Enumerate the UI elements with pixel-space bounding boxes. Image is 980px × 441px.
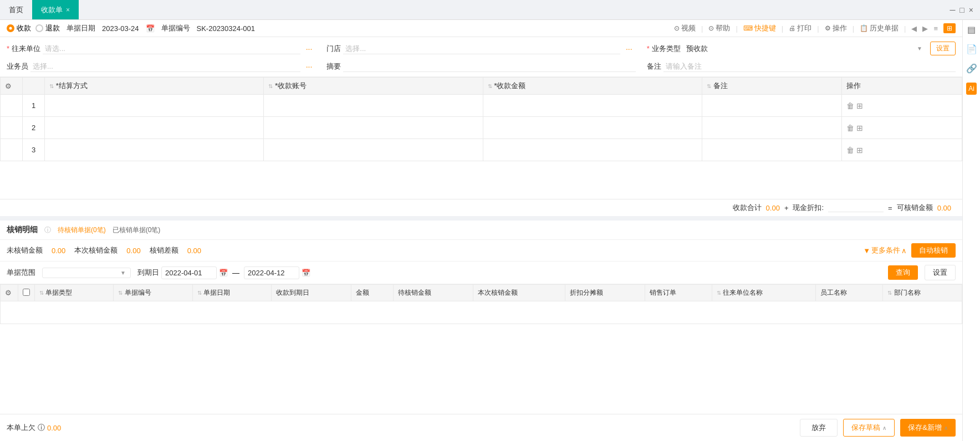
row-amount-2[interactable] — [483, 117, 702, 139]
list-icon[interactable]: ≡ — [933, 24, 938, 33]
col-settlement-label: *结算方式 — [56, 81, 88, 90]
history-btn[interactable]: 📋 历史单据 — [860, 23, 899, 33]
bottom-info: 本单上欠 ⓘ 0.00 — [7, 423, 61, 433]
hexiao-tab1[interactable]: 待核销单据(0笔) — [58, 225, 106, 235]
partner-input[interactable] — [43, 43, 300, 54]
col-settings: ⚙ — [1, 285, 18, 301]
radio-refund[interactable]: 退款 — [35, 23, 60, 33]
data-table-section: ⚙ ⇅ *结算方式 ⇅ *收款账号 ⇅ *收款金额 ⇅ 备注 操 — [0, 77, 962, 199]
row-action-2: 🗑 ⊞ — [842, 117, 962, 139]
business-type-label: 业务类型 — [652, 44, 681, 54]
main-table: ⚙ ⇅ *结算方式 ⇅ *收款账号 ⇅ *收款金额 ⇅ 备注 操 — [0, 77, 962, 161]
sidebar-ai-icon[interactable]: Ai — [966, 83, 977, 95]
current-label: 本次核销金额 — [74, 245, 118, 255]
row-account-2[interactable] — [264, 117, 483, 139]
table-settings-btn[interactable]: 设置 — [925, 265, 956, 280]
select-all-checkbox[interactable] — [23, 289, 30, 296]
bottom-table-settings-icon[interactable]: ⚙ — [5, 289, 12, 297]
hexiao-header: 核销明细 ⓘ 待核销单据(0笔) 已核销单据(0笔) — [0, 221, 962, 240]
delete-icon-1[interactable]: 🗑 — [846, 101, 854, 110]
calendar-icon[interactable]: 📅 — [146, 24, 155, 33]
table-header-settlement: ⇅ *结算方式 — [45, 78, 264, 95]
business-type-value: 预收款 — [686, 44, 708, 54]
hexiao-section: 核销明细 ⓘ 待核销单据(0笔) 已核销单据(0笔) 未核销金额 0.00 本次… — [0, 216, 962, 324]
hexiao-info-icon[interactable]: ⓘ — [44, 225, 51, 235]
bottom-table: ⚙ ⇅ 单据类型 ⇅ 单据编号 ⇅ 单据日期 收款到期日 金额 待核销金额 本次… — [0, 284, 962, 324]
bottom-bar: 本单上欠 ⓘ 0.00 放弃 保存草稿 ∧ 保存&新增 ∧ — [0, 414, 962, 441]
draft-chevron: ∧ — [882, 425, 886, 431]
radio-receive-label: 收款 — [17, 23, 31, 33]
row-account-1[interactable] — [264, 95, 483, 117]
row-amount-1[interactable] — [483, 95, 702, 117]
window-controls: ─ □ × — [950, 6, 980, 14]
print-btn[interactable]: 🖨 打印 — [789, 23, 811, 33]
row-amount-3[interactable] — [483, 139, 702, 161]
row-remark-3[interactable] — [702, 139, 842, 161]
auto-hexiao-btn[interactable]: 自动核销 — [911, 243, 956, 258]
settings-button[interactable]: 设置 — [930, 42, 956, 55]
hexiao-tab2[interactable]: 已核销单据(0笔) — [113, 225, 161, 235]
video-btn[interactable]: ⊙ 视频 — [674, 23, 696, 33]
close-button[interactable]: × — [969, 6, 973, 14]
sidebar-doc-icon[interactable]: 📄 — [966, 44, 977, 54]
draft-label: 保存草稿 — [851, 423, 880, 433]
row-settlement-1[interactable] — [45, 95, 264, 117]
date-to-input[interactable] — [244, 266, 299, 279]
cal-icon-to[interactable]: 📅 — [302, 269, 310, 277]
expand-icon[interactable]: ⊞ — [943, 23, 956, 33]
row-num-3: 3 — [23, 139, 45, 161]
row-remark-1[interactable] — [702, 95, 842, 117]
store-input[interactable] — [343, 43, 620, 54]
sidebar-link-icon[interactable]: 🔗 — [966, 63, 977, 74]
bottom-info-icon: ⓘ — [38, 423, 45, 433]
radio-receive[interactable]: 收款 — [7, 23, 31, 33]
operation-btn[interactable]: ⚙ 操作 — [825, 23, 847, 33]
sidebar-table-icon[interactable]: ▤ — [967, 24, 976, 35]
copy-icon-3[interactable]: ⊞ — [856, 146, 863, 155]
table-settings-icon[interactable]: ⚙ — [5, 82, 12, 90]
delete-icon-2[interactable]: 🗑 — [846, 124, 854, 132]
staff-input[interactable] — [30, 61, 300, 72]
discard-btn[interactable]: 放弃 — [800, 419, 838, 437]
business-type-chevron[interactable]: ▼ — [917, 45, 922, 52]
partner-label: 往来单位 — [12, 44, 40, 54]
partner-more-btn[interactable]: ··· — [303, 44, 316, 53]
radio-checked-icon — [7, 24, 14, 32]
shortcut-btn[interactable]: ⌨ 快捷键 — [743, 23, 776, 33]
date-from-input[interactable] — [161, 266, 217, 279]
number-label: 单据编号 — [161, 23, 190, 33]
row-remark-2[interactable] — [702, 117, 842, 139]
help-btn[interactable]: ⊙ 帮助 — [708, 23, 730, 33]
diff-label: 核销差额 — [150, 245, 178, 255]
range-select[interactable]: ▼ — [42, 268, 131, 278]
table-header-account: ⇅ *收款账号 — [264, 78, 483, 95]
row-settlement-2[interactable] — [45, 117, 264, 139]
staff-more-btn[interactable]: ··· — [303, 62, 316, 71]
save-btn[interactable]: 保存&新增 ∧ — [900, 419, 956, 437]
nav-left-icon[interactable]: ◀ — [911, 24, 917, 33]
more-conditions-label: 更多条件 — [871, 245, 900, 255]
copy-icon-1[interactable]: ⊞ — [856, 101, 863, 110]
copy-icon-2[interactable]: ⊞ — [856, 124, 863, 132]
maximize-button[interactable]: □ — [959, 6, 964, 14]
cal-icon-from[interactable]: 📅 — [219, 269, 228, 277]
toolbar: 收款 退款 单据日期 2023-03-24 📅 单据编号 SK-20230324… — [0, 20, 962, 37]
row-check-1 — [1, 95, 23, 117]
remark-input[interactable] — [663, 61, 956, 72]
row-settlement-3[interactable] — [45, 139, 264, 161]
tab-close-icon[interactable]: × — [66, 6, 70, 14]
col-current: 本次核销金额 — [473, 285, 565, 301]
delete-icon-3[interactable]: 🗑 — [846, 146, 854, 155]
tab-home[interactable]: 首页 — [0, 0, 32, 19]
summary-input[interactable] — [343, 61, 635, 72]
tab-active[interactable]: 收款单 × — [32, 0, 79, 19]
table-row: 2 🗑 ⊞ — [1, 117, 962, 139]
minimize-button[interactable]: ─ — [950, 6, 955, 14]
row-account-3[interactable] — [264, 139, 483, 161]
store-more-btn[interactable]: ··· — [622, 44, 636, 53]
nav-right-icon[interactable]: ▶ — [922, 24, 928, 33]
discount-input[interactable] — [828, 203, 884, 212]
query-btn[interactable]: 查询 — [888, 265, 918, 280]
more-conditions-btn[interactable]: ▼ 更多条件 ∧ — [863, 245, 907, 255]
draft-btn[interactable]: 保存草稿 ∧ — [843, 419, 895, 437]
